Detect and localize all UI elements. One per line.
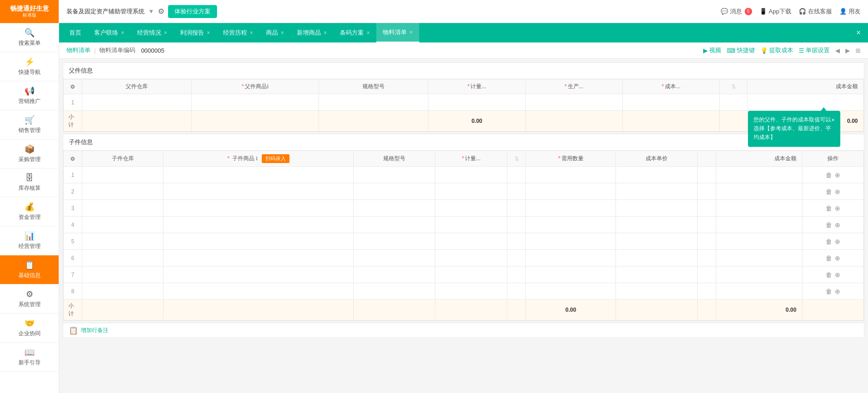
delete-icon-4[interactable]: 🗑 [826,221,832,229]
child-product-cell-5[interactable] [163,233,354,250]
user-button[interactable]: 👤 用友 [839,7,861,16]
child-product-cell-6[interactable] [163,250,354,266]
copy-icon-1[interactable]: ⊕ [835,171,840,179]
child-col-settings[interactable]: ⚙ [64,151,82,167]
child-warehouse-cell-6[interactable] [82,250,163,266]
child-unit-cost-cell-6[interactable] [616,250,697,266]
tab-history[interactable]: 经营历程 × [217,23,259,42]
copy-icon-8[interactable]: ⊕ [835,288,840,295]
child-qty-cell-2[interactable] [526,183,616,200]
sidebar-item-inventory[interactable]: 🗄 库存核算 [0,169,59,197]
child-spec-cell-8[interactable] [354,283,435,300]
delete-icon-6[interactable]: 🗑 [826,254,832,262]
child-unit-cell-8[interactable] [435,283,507,300]
child-spec-cell-3[interactable] [354,200,435,217]
trial-button[interactable]: 体验行业方案 [168,5,217,18]
child-warehouse-cell-2[interactable] [82,183,163,200]
tab-operations-close[interactable]: × [164,30,167,36]
tab-barcode-close[interactable]: × [367,30,370,36]
child-product-cell-7[interactable] [163,266,354,283]
child-spec-cell-7[interactable] [354,266,435,283]
child-unit-cost-cell-4[interactable] [616,217,697,233]
copy-icon-4[interactable]: ⊕ [835,221,840,229]
tab-products-close[interactable]: × [281,30,284,36]
child-qty-cell-7[interactable] [526,266,616,283]
copy-icon-6[interactable]: ⊕ [835,254,840,262]
sidebar-item-sales[interactable]: 🛒 销售管理 [0,110,59,139]
scan-button[interactable]: 扫码录入 [262,154,289,163]
child-spec-cell-4[interactable] [354,217,435,233]
parent-cost-cell-1[interactable] [622,94,719,111]
tab-new-products[interactable]: 新增商品 × [290,23,333,42]
sidebar-item-finance[interactable]: 💰 资金管理 [0,197,59,226]
delete-icon-2[interactable]: 🗑 [826,188,832,195]
child-unit-cell-4[interactable] [435,217,507,233]
tab-customers[interactable]: 客户联络 × [88,23,131,42]
child-product-cell-3[interactable] [163,200,354,217]
tab-bom-close[interactable]: × [410,29,413,36]
sidebar-item-enterprise[interactable]: 🤝 企业协同 [0,314,59,343]
grid-view-icon[interactable]: ⊞ [856,47,861,54]
extract-cost-action[interactable]: 💡 提取成本 [760,46,793,54]
tab-customers-close[interactable]: × [121,30,124,36]
sidebar-item-system[interactable]: ⚙ 系统管理 [0,284,59,314]
child-warehouse-cell-8[interactable] [82,283,163,300]
child-qty-cell-6[interactable] [526,250,616,266]
child-warehouse-cell-5[interactable] [82,233,163,250]
child-spec-cell-5[interactable] [354,233,435,250]
child-unit-cost-cell-2[interactable] [616,183,697,200]
child-qty-cell-5[interactable] [526,233,616,250]
child-unit-cost-cell-7[interactable] [616,266,697,283]
child-unit-cell-6[interactable] [435,250,507,266]
sidebar-item-quick-nav[interactable]: ⚡ 快捷导航 [0,52,59,81]
child-warehouse-cell-1[interactable] [82,167,163,183]
delete-icon-1[interactable]: 🗑 [826,171,832,179]
child-unit-cell-5[interactable] [435,233,507,250]
child-unit-cost-cell-3[interactable] [616,200,697,217]
child-product-cell-4[interactable] [163,217,354,233]
copy-icon-3[interactable]: ⊕ [835,205,840,212]
child-warehouse-cell-4[interactable] [82,217,163,233]
parent-spec-cell-1[interactable] [319,94,428,111]
child-warehouse-cell-3[interactable] [82,200,163,217]
close-tab-icon[interactable]: × [853,29,864,37]
sidebar-item-search[interactable]: 🔍 搜索菜单 [0,23,59,52]
view-action[interactable]: ▶ 视频 [703,46,721,54]
nav-next-icon[interactable]: ▶ [845,47,850,54]
single-settings-action[interactable]: ☰ 单据设置 [799,46,830,54]
child-unit-cost-cell-1[interactable] [616,167,697,183]
tooltip-close-button[interactable]: × [831,115,835,125]
app-download-button[interactable]: 📱 App下载 [760,7,791,16]
child-product-cell-1[interactable] [163,167,354,183]
child-unit-cell-7[interactable] [435,266,507,283]
tab-new-products-close[interactable]: × [324,30,327,36]
parent-unit-cell-1[interactable] [428,94,525,111]
child-spec-cell-2[interactable] [354,183,435,200]
delete-icon-5[interactable]: 🗑 [826,238,832,245]
breadcrumb-root[interactable]: 物料清单 [66,46,90,54]
sidebar-item-basic-info[interactable]: 📋 基础信息 [0,255,59,284]
child-qty-cell-3[interactable] [526,200,616,217]
child-qty-cell-8[interactable] [526,283,616,300]
delete-icon-7[interactable]: 🗑 [826,271,832,278]
child-product-cell-2[interactable] [163,183,354,200]
child-spec-cell-6[interactable] [354,250,435,266]
child-qty-cell-1[interactable] [526,167,616,183]
child-warehouse-cell-7[interactable] [82,266,163,283]
shortcut-action[interactable]: ⌨ 快捷键 [727,46,755,54]
add-row-label[interactable]: 增加行备注 [81,326,108,334]
child-spec-cell-1[interactable] [354,167,435,183]
sidebar-item-purchase[interactable]: 📦 采购管理 [0,139,59,169]
tab-barcode[interactable]: 条码方案 × [333,23,376,42]
child-unit-cell-1[interactable] [435,167,507,183]
message-button[interactable]: 💬 消息 6 [721,7,752,16]
online-service-button[interactable]: 🎧 在线客服 [799,7,832,16]
tab-products[interactable]: 商品 × [259,23,290,42]
copy-icon-7[interactable]: ⊕ [835,271,840,278]
tab-profit-close[interactable]: × [207,30,210,36]
copy-icon-2[interactable]: ⊕ [835,188,840,195]
delete-icon-8[interactable]: 🗑 [826,288,832,295]
parent-production-cell-1[interactable] [525,94,622,111]
sidebar-item-marketing[interactable]: 📢 营销推广 [0,81,59,110]
child-unit-cost-cell-8[interactable] [616,283,697,300]
